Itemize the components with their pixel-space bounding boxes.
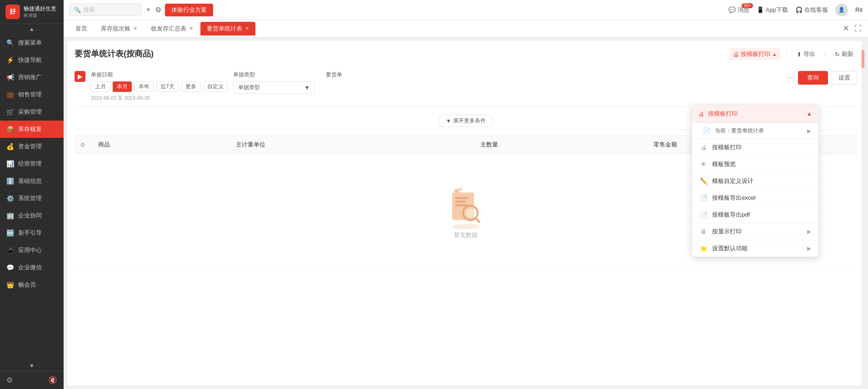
message-badge: 99+	[742, 3, 753, 8]
topbar-messages[interactable]: 💬 消息 99+	[728, 6, 749, 14]
sidebar-item-operation[interactable]: 📊 经营管理	[0, 155, 64, 172]
date-current-month-btn[interactable]: 本月	[113, 81, 132, 92]
sidebar-item-label: 搜索菜单	[18, 39, 42, 47]
app-logo-text: 畅捷通好生意 标准版	[24, 5, 56, 19]
export-icon: ⬆	[797, 51, 802, 58]
date-filter-row: 上月 本月 本年 近7天 更多 自定义	[91, 81, 228, 92]
settings-btn[interactable]: 设置	[832, 71, 857, 85]
date-current-year-btn[interactable]: 本年	[135, 81, 154, 92]
export-btn[interactable]: ⬆ 导出	[793, 48, 819, 60]
expand-more-btn[interactable]: ▼ 展开更多条件	[438, 115, 494, 127]
topbar-username[interactable]: Rit	[855, 6, 863, 13]
topbar-chevron-icon[interactable]: ▼	[145, 6, 151, 13]
dropdown-item-display-print[interactable]: 🖥 按显示打印 ▶	[692, 223, 818, 240]
dropdown-template-design-label: 模板自定义设计	[712, 177, 811, 185]
tab-batch-account-close[interactable]: ✕	[133, 25, 137, 31]
industry-btn[interactable]: 体验行业方案	[165, 4, 213, 16]
dropdown-item-template-print[interactable]: 🖨 按模板打印	[692, 139, 818, 156]
sidebar-item-sales[interactable]: 💼 销售管理	[0, 86, 64, 103]
dropdown-export-excel-label: 按模板导出excel	[712, 194, 811, 202]
print-dropdown-close-icon[interactable]: ▲	[807, 111, 812, 117]
sidebar-item-search[interactable]: 🔍 搜索菜单	[0, 34, 64, 51]
svg-point-0	[452, 224, 479, 229]
expand-more-icon: ▼	[446, 118, 451, 124]
dropdown-item-template-design[interactable]: ✏️ 模板自定义设计	[692, 173, 818, 190]
query-btn[interactable]: 查询	[798, 71, 828, 85]
topbar-gear-icon[interactable]: ⚙	[155, 5, 161, 14]
filter-action-btns: ··· 查询 设置	[785, 71, 857, 85]
topbar-app-download[interactable]: 📱 App下载	[757, 6, 788, 14]
print-dropdown-title: 🖨 按模板打印	[698, 110, 738, 118]
date-range-display: 2023-06-01 至 2023-06-30	[91, 95, 228, 101]
finance-icon: 💰	[5, 143, 15, 150]
sidebar-scroll-up[interactable]: ▲	[0, 24, 64, 34]
print-dropdown-chevron-icon: ▲	[772, 52, 777, 57]
tab-expand-btn[interactable]: ⛶	[853, 23, 863, 34]
sidebar-item-apps[interactable]: 📱 应用中心	[0, 242, 64, 259]
print-template-btn[interactable]: 🖨 按模板打印 ▲	[729, 48, 780, 60]
date-prev-month-btn[interactable]: 上月	[91, 81, 110, 92]
filter-more-btn[interactable]: ···	[785, 72, 794, 84]
avatar-placeholder: 👤	[838, 7, 845, 13]
tab-order-stats-close[interactable]: ✕	[245, 25, 249, 31]
required-goods-filter: 要货单	[326, 71, 342, 81]
sidebar-item-label: 经营管理	[18, 160, 42, 168]
refresh-btn[interactable]: ↻ 刷新	[831, 48, 857, 60]
sidebar-item-shortcut[interactable]: ⚡ 快捷导航	[0, 51, 64, 69]
topbar-search-box[interactable]: 🔍 搜索	[69, 4, 142, 16]
sidebar-item-purchase[interactable]: 🛒 采购管理	[0, 103, 64, 121]
tab-close-all-btn[interactable]: ✕	[842, 23, 850, 34]
sidebar-scroll-down[interactable]: ▼	[0, 361, 64, 371]
tab-order-stats-label: 要货单统计表	[207, 25, 242, 33]
sidebar-item-system[interactable]: ⚙️ 系统管理	[0, 190, 64, 207]
print-dropdown-title-label: 按模板打印	[708, 110, 738, 118]
table-setting-icon[interactable]: ⚙	[80, 141, 85, 148]
tab-home[interactable]: 首页	[69, 22, 94, 35]
vip-icon: 👑	[5, 281, 15, 288]
mute-footer-icon[interactable]: 🔇	[48, 376, 57, 384]
doctype-filter-select[interactable]: 单据类型 ▼	[233, 81, 315, 94]
dropdown-item-set-default[interactable]: ⭐ 设置默认功能 ▶	[692, 240, 818, 257]
date-filter-label: 单据日期	[91, 71, 228, 79]
col-unit: 主计量单位	[230, 136, 475, 154]
sidebar-item-finance[interactable]: 💰 资金管理	[0, 138, 64, 155]
print-dropdown-header: 🖨 按模板打印 ▲	[692, 105, 818, 123]
dropdown-item-template-preview[interactable]: 👁 模板预览	[692, 156, 818, 173]
svg-point-8	[454, 189, 459, 193]
date-custom-btn[interactable]: 自定义	[203, 81, 228, 92]
sidebar-item-vip[interactable]: 👑 畅会员	[0, 276, 64, 293]
doctype-filter-label: 单据类型	[233, 71, 315, 79]
tab-receipt-summary-close[interactable]: ✕	[189, 25, 193, 31]
sidebar-item-wechat[interactable]: 💬 企业微信	[0, 259, 64, 276]
tab-batch-account[interactable]: 库存批次账 ✕	[95, 22, 144, 35]
sidebar-item-marketing[interactable]: 📢 营销推广	[0, 69, 64, 86]
sidebar-item-label: 销售管理	[18, 91, 42, 99]
inventory-icon: 📦	[5, 126, 15, 133]
dropdown-item-export-excel[interactable]: 📄 按模板导出excel	[692, 190, 818, 207]
doctype-chevron-icon: ▼	[304, 85, 310, 91]
tab-receipt-summary-label: 收发存汇总表	[151, 25, 186, 33]
dropdown-item-export-pdf[interactable]: 📄 按模板导出pdf	[692, 207, 818, 223]
sidebar-item-basic[interactable]: ℹ️ 基础信息	[0, 172, 64, 190]
required-goods-label: 要货单	[326, 71, 342, 79]
topbar-online-service[interactable]: 🎧 在线客服	[795, 6, 828, 14]
settings-footer-icon[interactable]: ⚙	[6, 376, 13, 384]
scrollbar-thumb[interactable]	[862, 50, 864, 68]
sidebar-item-inventory[interactable]: 📦 库存核算	[0, 121, 64, 138]
tab-receipt-summary[interactable]: 收发存汇总表 ✕	[145, 22, 200, 35]
filter-expand-btn[interactable]: ▶	[75, 71, 85, 82]
tab-batch-account-label: 库存批次账	[101, 25, 130, 33]
online-service-icon: 🎧	[795, 6, 803, 13]
col-product: 商品	[93, 136, 230, 154]
refresh-label: 刷新	[842, 50, 853, 58]
sidebar-item-label: 新手引导	[18, 229, 42, 237]
date-last-7days-btn[interactable]: 近7天	[156, 81, 179, 92]
tab-order-stats[interactable]: 要货单统计表 ✕	[200, 22, 255, 35]
doctype-filter-group: 单据类型 单据类型 ▼	[233, 71, 315, 94]
current-doc-arrow-icon: ▶	[807, 128, 811, 134]
sidebar-item-enterprise[interactable]: 🏢 企业协同	[0, 207, 64, 224]
print-dropdown-current-item[interactable]: 📄 当前：要货单统计表 ▶	[692, 123, 818, 139]
sidebar-item-guide[interactable]: 🆕 新手引导	[0, 224, 64, 242]
date-more-btn[interactable]: 更多	[181, 81, 200, 92]
user-avatar[interactable]: 👤	[835, 4, 848, 16]
